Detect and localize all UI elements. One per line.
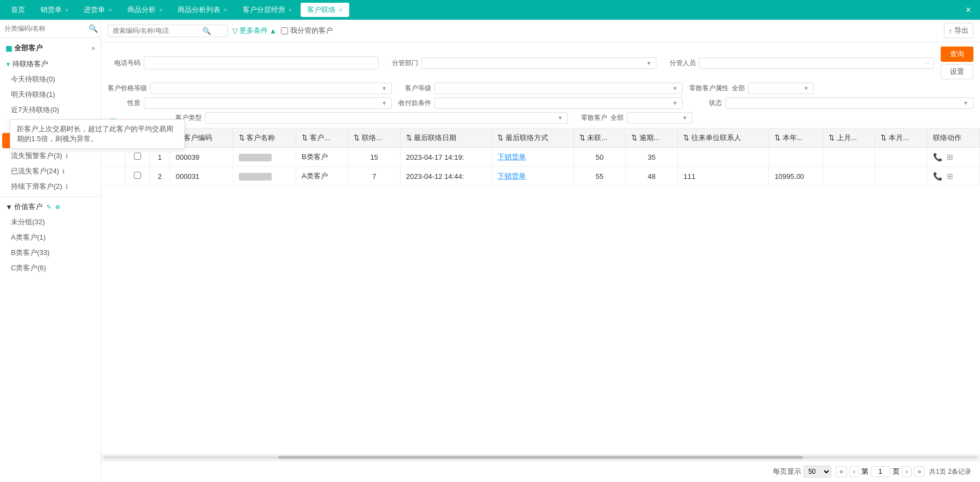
search-icon[interactable]: 🔍 [202,27,211,35]
sidebar-item-7days[interactable]: 近7天待联络(0) [0,102,101,118]
more-conditions-button[interactable]: ▽ 更多条件 ▲ [232,26,277,36]
filter-phone-input[interactable] [144,56,379,69]
page-label: 第 [861,467,868,477]
contact-col-header[interactable]: ⇅ 联络... [348,129,400,148]
last-contact-method-link[interactable]: 下销货单 [497,172,526,180]
close-icon[interactable]: × [65,7,68,13]
bottom-bar: 每页显示 50 100 200 « ‹ 第 页 › » 共1页 2条记录 [101,461,980,482]
type-cell: B类客户 [296,148,348,167]
next-page-button[interactable]: › [902,466,912,477]
call-icon[interactable]: 📞 [933,172,942,181]
add-icon[interactable]: ⊕ [55,204,60,211]
sort-icon: ⇅ [497,133,503,142]
name-col-header[interactable]: ⇅ 客户名称 [233,129,296,148]
last-contact-method-cell[interactable]: 下销货单 [492,148,574,167]
sidebar-item-a-class[interactable]: A类客户(1) [0,230,101,245]
sidebar-search-input[interactable] [4,25,86,32]
nav-item-purchase[interactable]: 进货单 × [77,3,118,17]
my-customers-checkbox[interactable]: 我分管的客户 [281,26,333,36]
sort-icon: ⇅ [354,133,360,142]
nav-item-customer-contact[interactable]: 客户联络 × [301,3,349,17]
horizontal-scrollbar[interactable] [101,454,980,461]
sidebar-all-customers[interactable]: ▦ 全部客户 » [0,40,101,56]
filter-retail-customer-value: 全部 [611,113,624,123]
checkbox-cell[interactable] [125,167,150,186]
query-button[interactable]: 查询 [941,47,973,62]
sidebar-item-b-class[interactable]: B类客户(33) [0,245,101,260]
overdue-col-header[interactable]: ⇅ 逾期... [626,129,678,148]
filter-retail-attr-select[interactable]: ▼ [748,83,814,94]
sidebar-item-churn-warning[interactable]: 流失预警客户(3) ℹ [0,148,101,164]
filter-customer-type-select[interactable]: ▼ [205,112,568,124]
nav-item-product-analysis[interactable]: 商品分析 × [121,3,169,17]
filter-retail-attr-label: 零散客户属性 [689,84,729,93]
row-checkbox[interactable] [134,153,141,160]
sort-icon: ⇅ [829,133,835,142]
filter-customer-level-select[interactable]: ▼ [435,83,683,94]
sidebar-item-churned[interactable]: 已流失客户(24) ℹ [0,164,101,179]
my-customers-check[interactable] [281,27,288,34]
grid-action-icon[interactable]: ⊞ [947,153,953,161]
tooltip-box: 距客户上次交易时长，超过了此客户的平均交易周期的1.5倍，则视为异常。 [10,119,185,149]
first-page-button[interactable]: « [836,466,847,477]
export-button[interactable]: ↑ 导出 [944,23,974,38]
sidebar-group-value-customers[interactable]: ▼ 价值客户 ✎ ⊕ [0,199,101,214]
last-month-col-header[interactable]: ⇅ 上月... [823,129,875,148]
last-contact-method-link[interactable]: 下销货单 [497,153,526,161]
scrollbar-thumb[interactable] [278,456,803,459]
grid-action-icon[interactable]: ⊞ [947,172,953,181]
close-icon[interactable]: × [108,7,112,13]
not-contact-col-header[interactable]: ⇅ 未联... [573,129,625,148]
sidebar-item-declining[interactable]: 持续下滑客户(2) ℹ [0,179,101,194]
filter-customer-level-label: 客户等级 [398,84,431,93]
collapse-icon[interactable]: » [91,44,95,52]
nav-item-customer-tier[interactable]: 客户分层经营 × [236,3,298,17]
sidebar-item-ungrouped[interactable]: 未分组(32) [0,214,101,230]
per-page-select[interactable]: 50 100 200 [803,466,831,478]
filter-dept-select[interactable]: ▼ [421,57,656,69]
contacts-col-header[interactable]: ⇅ 往来单位联系人 [678,129,769,148]
sidebar-group-pending[interactable]: ▼ 待联络客户 [0,56,101,72]
sidebar-item-today[interactable]: 今天待联络(0) [0,72,101,87]
this-month-col-header[interactable]: ⇅ 本月... [875,129,927,148]
last-page-button[interactable]: » [914,466,925,477]
row-checkbox[interactable] [134,172,141,179]
filter-price-level-select[interactable]: ▼ [150,83,392,94]
filter-dept-label: 分管部门 [385,59,418,68]
page-number-input[interactable] [871,466,890,477]
filter-payment-label: 收付款条件 [398,98,431,108]
close-icon[interactable]: × [339,7,342,13]
type-col-header[interactable]: ⇅ 客户... [296,129,348,148]
close-icon[interactable]: × [159,7,162,13]
window-close-button[interactable]: × [961,4,976,16]
filter-nature-select[interactable]: ▼ [144,97,392,109]
filter-bar: 🔍 ▽ 更多条件 ▲ 我分管的客户 ↑ 导出 [101,20,980,42]
this-year-col-header[interactable]: ⇅ 本年... [769,129,823,148]
settings-button[interactable]: 设置 [941,64,973,79]
nav-item-sales[interactable]: 销货单 × [34,3,75,17]
ellipsis-icon: ··· [925,60,929,66]
checkbox-cell[interactable] [125,148,150,167]
sidebar-item-tomorrow[interactable]: 明天待联络(1) [0,87,101,102]
contacts-cell: 111 [678,167,769,186]
close-icon[interactable]: × [289,7,292,13]
prev-page-button[interactable]: ‹ [849,466,859,477]
close-icon[interactable]: × [224,7,227,13]
sidebar-item-c-class[interactable]: C类客户(6) [0,260,101,276]
filter-retail-customer-select[interactable]: ▼ [627,112,693,124]
last-contact-method-cell[interactable]: 下销货单 [492,167,574,186]
chevron-down-icon: ▼ [672,85,678,91]
call-icon[interactable]: 📞 [933,153,942,161]
filter-status-select[interactable]: ▼ [725,97,973,109]
filter-person-select[interactable]: ··· [699,57,934,69]
filter-search-input[interactable] [113,27,200,34]
contact-cell: 7 [348,167,400,186]
last-contact-date-cell: 2023-04-12 14:44: [400,167,491,186]
edit-icon[interactable]: ✎ [46,204,51,211]
nav-item-home[interactable]: 首页 [4,3,32,17]
last-contact-date-col-header[interactable]: ⇅ 最后联络日期 [400,129,491,148]
nav-item-product-analysis-list[interactable]: 商品分析列表 × [171,3,233,17]
sidebar-search-icon[interactable]: 🔍 [89,24,98,33]
last-contact-method-col-header[interactable]: ⇅ 最后联络方式 [492,129,574,148]
filter-payment-select[interactable]: ▼ [435,97,683,109]
